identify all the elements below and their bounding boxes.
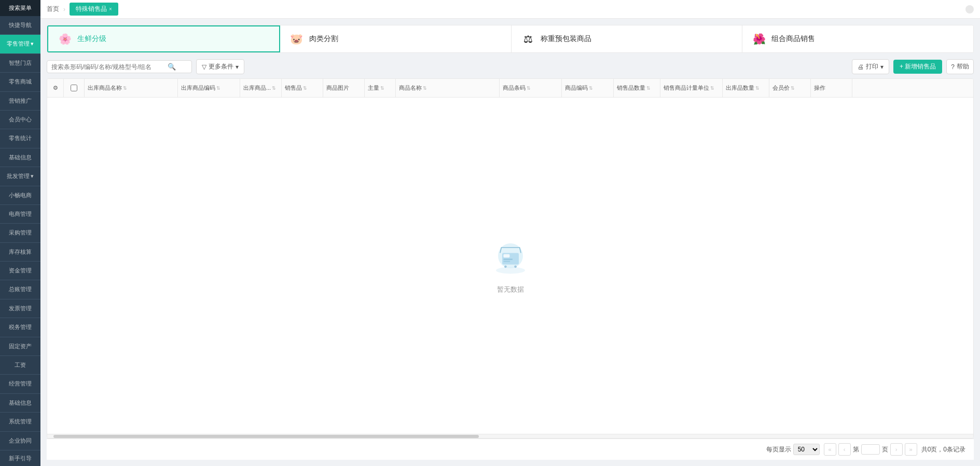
search-box[interactable]: 🔍	[47, 60, 192, 73]
th-checkbox[interactable]	[64, 79, 85, 97]
user-avatar[interactable]	[965, 5, 974, 13]
sidebar-item-ledger[interactable]: 总账管理	[0, 280, 40, 299]
select-all-checkbox[interactable]	[71, 85, 77, 91]
th-goodsname[interactable]: 商品名称 ⇅	[396, 79, 500, 97]
sidebar-item-baseinfo2[interactable]: 基础信息	[0, 394, 40, 413]
tab-combo[interactable]: 🌺 组合商品销售	[742, 25, 973, 52]
main-content: 首页 › 特殊销售品 × 🌸 生鲜分级 🐷 肉类分割 ⚖ 称重预包装商品	[40, 0, 980, 466]
sort-icon-unit: ⇅	[710, 86, 714, 91]
th-goodsname-label: 商品名称	[399, 84, 422, 92]
th-saleitem[interactable]: 销售品 ⇅	[282, 79, 323, 97]
th-settings[interactable]: ⚙	[47, 79, 64, 97]
sidebar-item-member[interactable]: 会员中心	[0, 111, 40, 129]
sidebar-item-smartstore[interactable]: 智慧门店	[0, 54, 40, 73]
sidebar-logo[interactable]: 搜索菜单	[0, 0, 40, 16]
search-input[interactable]	[51, 63, 165, 71]
topbar: 首页 › 特殊销售品 ×	[40, 0, 980, 19]
sidebar-item-newhand[interactable]: 新手引导	[0, 450, 40, 466]
close-tab-icon[interactable]: ×	[109, 6, 112, 12]
sidebar-item-finance[interactable]: 资金管理	[0, 262, 40, 280]
sidebar-item-wholesale[interactable]: 批发管理 ▾	[0, 167, 40, 186]
th-unit-label: 销售商品计量单位	[664, 84, 709, 92]
filter-icon: ▽	[202, 63, 206, 71]
tab-weight[interactable]: ⚖ 称重预包装商品	[512, 25, 743, 52]
sort-icon-main: ⇅	[380, 86, 384, 91]
next-page-button[interactable]: ›	[890, 443, 903, 456]
table-header: ⚙ 出库商品名称 ⇅ 出库商品编码 ⇅ 出库商品... ⇅	[47, 79, 973, 98]
sidebar-item-inventory[interactable]: 库存核算	[0, 243, 40, 262]
sidebar-item-retail[interactable]: 零售管理 ▾	[0, 35, 40, 53]
th-saleitem-label: 销售品	[285, 84, 302, 92]
sidebar-item-bizmanage[interactable]: 经营管理	[0, 375, 40, 393]
svg-point-6	[504, 265, 507, 268]
data-table: ⚙ 出库商品名称 ⇅ 出库商品编码 ⇅ 出库商品... ⇅	[47, 78, 974, 438]
th-goodscode-label: 商品编码	[565, 84, 588, 92]
sort-icon-outsku: ⇅	[272, 86, 276, 91]
print-button[interactable]: 🖨 打印 ▾	[852, 59, 889, 74]
th-saleqty[interactable]: 销售品数量 ⇅	[614, 79, 660, 97]
sidebar-item-baseinfo1[interactable]: 基础信息	[0, 148, 40, 167]
sidebar-item-tax[interactable]: 税务管理	[0, 318, 40, 337]
page-label-prefix: 第	[853, 445, 859, 454]
horizontal-scrollbar[interactable]	[47, 434, 973, 438]
sidebar-item-ecommercemanage[interactable]: 电商管理	[0, 205, 40, 224]
category-tabs: 🌸 生鲜分级 🐷 肉类分割 ⚖ 称重预包装商品 🌺 组合商品销售	[47, 25, 974, 53]
last-page-button[interactable]: »	[905, 443, 917, 456]
sort-icon-saleitem: ⇅	[303, 86, 307, 91]
svg-rect-5	[503, 261, 510, 262]
page-label-suffix: 页	[882, 445, 888, 454]
fresh-icon: 🌸	[57, 33, 73, 45]
help-button[interactable]: ? 帮助	[946, 59, 974, 74]
sidebar-item-retailstat[interactable]: 零售统计	[0, 129, 40, 148]
sort-icon-outcode: ⇅	[216, 86, 220, 91]
th-outcode[interactable]: 出库商品编码 ⇅	[178, 79, 240, 97]
page-content: 🌸 生鲜分级 🐷 肉类分割 ⚖ 称重预包装商品 🌺 组合商品销售 🔍	[40, 19, 980, 466]
sort-icon-goodsname: ⇅	[423, 86, 427, 91]
th-main-label: 主量	[368, 84, 379, 92]
prev-page-button[interactable]: ‹	[838, 443, 851, 456]
th-goodscode[interactable]: 商品编码 ⇅	[562, 79, 614, 97]
sidebar-item-quicknav[interactable]: 快捷导航	[0, 16, 40, 35]
toolbar-left: 🔍 ▽ 更多条件 ▾	[47, 59, 244, 74]
table-body: 暂无数据	[47, 98, 973, 434]
filter-button[interactable]: ▽ 更多条件 ▾	[196, 59, 244, 74]
first-page-button[interactable]: «	[824, 443, 836, 456]
th-outsku[interactable]: 出库商品... ⇅	[240, 79, 282, 97]
page-size-label: 每页显示	[766, 445, 791, 454]
sidebar-item-ecommerce[interactable]: 小畅电商	[0, 186, 40, 205]
sidebar-item-retailmall[interactable]: 零售商城	[0, 73, 40, 91]
total-records-text: 共0页，0条记录	[921, 445, 965, 454]
sidebar-item-marketing[interactable]: 营销推广	[0, 92, 40, 111]
sidebar-item-payroll[interactable]: 工资	[0, 356, 40, 375]
sidebar-item-purchase[interactable]: 采购管理	[0, 224, 40, 242]
th-main[interactable]: 主量 ⇅	[365, 79, 396, 97]
page-number-input[interactable]: 1	[861, 444, 880, 455]
th-unit[interactable]: 销售商品计量单位 ⇅	[660, 79, 723, 97]
empty-text: 暂无数据	[497, 285, 524, 294]
svg-rect-4	[503, 259, 513, 260]
sidebar-item-fixedasset[interactable]: 固定资产	[0, 337, 40, 356]
th-outqty[interactable]: 出库品数量 ⇅	[723, 79, 769, 97]
page-size-selector: 每页显示 10 20 50 100	[766, 444, 820, 455]
tab-fresh[interactable]: 🌸 生鲜分级	[47, 25, 280, 52]
scrollbar-thumb[interactable]	[53, 435, 479, 438]
search-icon[interactable]: 🔍	[168, 63, 176, 71]
pagination-bar: 每页显示 10 20 50 100 « ‹ 第 1 页 › » 共0页，0条记	[47, 438, 974, 460]
tab-meat[interactable]: 🐷 肉类分割	[280, 25, 512, 52]
toolbar: 🔍 ▽ 更多条件 ▾ 🖨 打印 ▾ + 新增销售品 ?	[47, 59, 974, 74]
th-barcode[interactable]: 商品条码 ⇅	[500, 79, 562, 97]
th-outname[interactable]: 出库商品名称 ⇅	[85, 79, 178, 97]
add-button[interactable]: + 新增销售品	[893, 60, 942, 74]
th-barcode-label: 商品条码	[503, 84, 526, 92]
th-outcode-label: 出库商品编码	[181, 84, 215, 92]
sidebar-item-enterprise[interactable]: 企业协同	[0, 432, 40, 450]
sidebar-item-invoice[interactable]: 发票管理	[0, 299, 40, 318]
page-size-select[interactable]: 10 20 50 100	[793, 444, 820, 455]
sidebar: 搜索菜单 快捷导航 零售管理 ▾ 智慧门店 零售商城 营销推广 会员中心 零售统…	[0, 0, 40, 466]
sidebar-item-system[interactable]: 系统管理	[0, 413, 40, 431]
print-label: 打印	[866, 62, 878, 71]
svg-point-7	[514, 265, 517, 268]
active-tab[interactable]: 特殊销售品 ×	[70, 3, 118, 16]
th-memberp[interactable]: 会员价 ⇅	[769, 79, 811, 97]
svg-rect-3	[503, 254, 509, 257]
